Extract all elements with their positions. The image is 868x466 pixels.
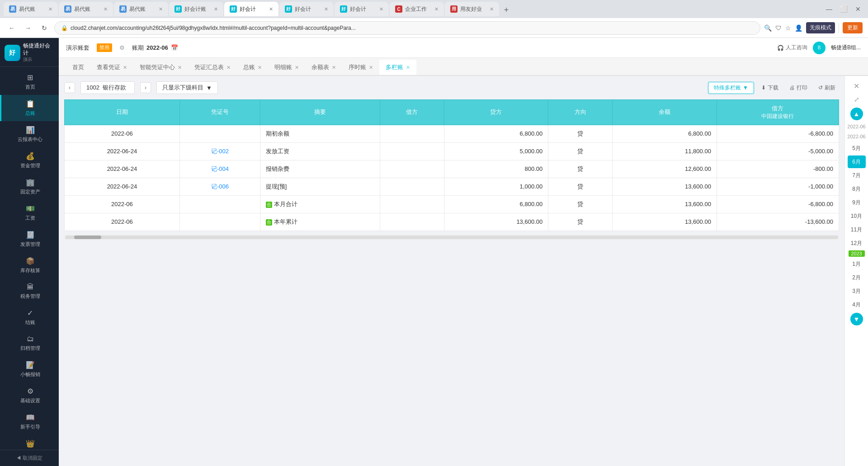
month-7[interactable]: 7月 xyxy=(848,169,866,182)
browser-tab-7[interactable]: 好 好会计 ✕ xyxy=(335,2,389,16)
special-multicolumn-button[interactable]: 特殊多栏账 ▼ xyxy=(708,82,754,94)
tab-close-general-ledger[interactable]: ✕ xyxy=(258,65,262,71)
browser-tab-1[interactable]: 易 易代账 ✕ xyxy=(4,2,58,16)
tab-close-9[interactable]: ✕ xyxy=(490,6,494,12)
month-5[interactable]: 5月 xyxy=(848,142,866,155)
tab-close-chronological[interactable]: ✕ xyxy=(369,65,373,71)
cell-voucher[interactable]: 记-002 xyxy=(179,142,260,160)
tab-close-1[interactable]: ✕ xyxy=(48,6,52,12)
tab-view-voucher[interactable]: 查看凭证 ✕ xyxy=(90,60,133,76)
refresh-button[interactable]: ↺ 刷新 xyxy=(815,82,839,94)
panel-expand-button[interactable]: ⤢ xyxy=(850,93,863,106)
new-tab-button[interactable]: + xyxy=(500,4,513,16)
browser-tab-8[interactable]: C 企业工作 ✕ xyxy=(390,2,444,16)
close-button[interactable]: ✕ xyxy=(852,3,864,15)
tab-close-4[interactable]: ✕ xyxy=(214,6,218,12)
sidebar-collapse-button[interactable]: ◀ 取消固定 xyxy=(0,450,59,466)
prev-account-button[interactable]: ‹ xyxy=(64,82,75,93)
tab-close-detail-ledger[interactable]: ✕ xyxy=(295,65,299,71)
tab-balance-sheet[interactable]: 余额表 ✕ xyxy=(305,60,342,76)
filter-dropdown[interactable]: 只显示下级科目 ▼ xyxy=(156,81,218,94)
tab-close-smart-voucher[interactable]: ✕ xyxy=(178,65,182,71)
browser-tab-9[interactable]: 用 用友好业 ✕ xyxy=(445,2,499,16)
month-9[interactable]: 9月 xyxy=(848,196,866,209)
voucher-link[interactable]: 记-004 xyxy=(211,165,229,172)
account-selector[interactable]: 1002 银行存款 xyxy=(80,81,135,94)
tab-close-multi-column[interactable]: ✕ xyxy=(406,65,410,71)
tab-close-6[interactable]: ✕ xyxy=(324,6,328,12)
tab-multi-column[interactable]: 多栏账 ✕ xyxy=(379,60,416,76)
month-2-2023[interactable]: 2月 xyxy=(848,271,866,284)
tab-close-balance-sheet[interactable]: ✕ xyxy=(332,65,336,71)
sidebar-item-expense[interactable]: 📝 小畅报销 xyxy=(0,356,59,382)
search-icon[interactable]: 🔍 xyxy=(764,24,772,32)
tab-voucher-summary[interactable]: 凭证汇总表 ✕ xyxy=(188,60,237,76)
sidebar-item-close-accounts[interactable]: ✓ 结账 xyxy=(0,304,59,330)
horizontal-scrollbar[interactable] xyxy=(64,235,839,240)
sidebar-item-assets[interactable]: 🏢 固定资产 xyxy=(0,174,59,200)
sidebar-item-reports[interactable]: 📊 云报表中心 xyxy=(0,121,59,147)
month-8[interactable]: 8月 xyxy=(848,183,866,195)
tab-chronological[interactable]: 序时账 ✕ xyxy=(342,60,379,76)
settings-gear-icon[interactable]: ⚙ xyxy=(119,44,125,51)
download-button[interactable]: ⬇ 下载 xyxy=(758,82,782,94)
month-3-2023[interactable]: 3月 xyxy=(848,285,866,297)
no-trace-button[interactable]: 无痕模式 xyxy=(806,22,835,33)
browser-tab-4[interactable]: 好 好会计账 ✕ xyxy=(169,2,223,16)
sidebar-item-settings[interactable]: ⚙ 基础设置 xyxy=(0,382,59,409)
month-4-2023[interactable]: 4月 xyxy=(848,298,866,311)
cell-voucher[interactable]: 记-004 xyxy=(179,160,260,178)
sidebar-item-ledger[interactable]: 📋 总账 xyxy=(0,95,59,121)
tab-home[interactable]: 首页 xyxy=(66,60,90,76)
sidebar-item-payroll[interactable]: 💵 工资 xyxy=(0,200,59,226)
address-bar[interactable]: 🔒 cloud2.chanjet.com/accounting/uh26t264… xyxy=(54,21,760,35)
voucher-link[interactable]: 记-002 xyxy=(211,148,229,155)
scrollbar-thumb[interactable] xyxy=(74,235,101,239)
tab-close-8[interactable]: ✕ xyxy=(434,6,439,12)
forward-button[interactable]: → xyxy=(22,22,34,34)
print-button[interactable]: 🖨 打印 xyxy=(786,82,811,94)
sidebar-item-inventory[interactable]: 📦 库存核算 xyxy=(0,252,59,278)
browser-tab-3[interactable]: 易 易代账 ✕ xyxy=(114,2,168,16)
tab-close-7[interactable]: ✕ xyxy=(379,6,383,12)
maximize-button[interactable]: ⬜ xyxy=(837,3,850,15)
tab-close-5[interactable]: ✕ xyxy=(269,6,273,12)
tab-general-ledger[interactable]: 总账 ✕ xyxy=(237,60,268,76)
calendar-icon[interactable]: 📅 xyxy=(171,44,178,51)
consult-button[interactable]: 🎧 人工咨询 xyxy=(777,44,807,52)
cell-voucher[interactable]: 记-006 xyxy=(179,178,260,195)
panel-close-button[interactable]: ✕ xyxy=(850,80,863,92)
month-10[interactable]: 10月 xyxy=(848,210,866,222)
tab-close-2[interactable]: ✕ xyxy=(104,6,108,12)
browser-tab-5[interactable]: 好 好会计 ✕ xyxy=(224,2,278,16)
sidebar-item-invoice[interactable]: 🧾 发票管理 xyxy=(0,226,59,252)
tab-close-3[interactable]: ✕ xyxy=(159,6,163,12)
sidebar-item-tax[interactable]: 🏛 税务管理 xyxy=(0,278,59,304)
sidebar-item-home[interactable]: ⊞ 首页 xyxy=(0,69,59,95)
back-button[interactable]: ← xyxy=(5,22,18,34)
month-6[interactable]: 6月 xyxy=(848,155,866,168)
update-button[interactable]: 更新 xyxy=(843,22,863,33)
month-12[interactable]: 12月 xyxy=(848,237,866,249)
shield-icon[interactable]: 🛡 xyxy=(775,24,782,32)
sidebar-item-guide[interactable]: 📖 新手引导 xyxy=(0,409,59,435)
profile-icon[interactable]: 👤 xyxy=(795,24,802,32)
sidebar-item-vip[interactable]: 👑 畅会员 xyxy=(0,435,59,450)
scroll-down-button[interactable]: ▼ xyxy=(850,313,863,325)
next-account-button[interactable]: › xyxy=(140,82,151,93)
month-11[interactable]: 11月 xyxy=(848,223,866,236)
tab-close-view-voucher[interactable]: ✕ xyxy=(123,65,127,71)
tab-detail-ledger[interactable]: 明细账 ✕ xyxy=(268,60,305,76)
browser-tab-6[interactable]: 好 好会计 ✕ xyxy=(279,2,334,16)
month-1-2023[interactable]: 1月 xyxy=(848,258,866,270)
sidebar-item-funds[interactable]: 💰 资金管理 xyxy=(0,147,59,174)
tab-smart-voucher[interactable]: 智能凭证中心 ✕ xyxy=(133,60,188,76)
scroll-up-button[interactable]: ▲ xyxy=(850,108,863,120)
voucher-link[interactable]: 记-006 xyxy=(211,183,229,190)
sidebar-item-archive[interactable]: 🗂 归档管理 xyxy=(0,330,59,356)
browser-tab-2[interactable]: 易 易代账 ✕ xyxy=(59,2,113,16)
tab-close-voucher-summary[interactable]: ✕ xyxy=(226,65,231,71)
reload-button[interactable]: ↻ xyxy=(38,22,51,34)
minimize-button[interactable]: — xyxy=(823,3,835,15)
star-icon[interactable]: ☆ xyxy=(785,24,791,32)
